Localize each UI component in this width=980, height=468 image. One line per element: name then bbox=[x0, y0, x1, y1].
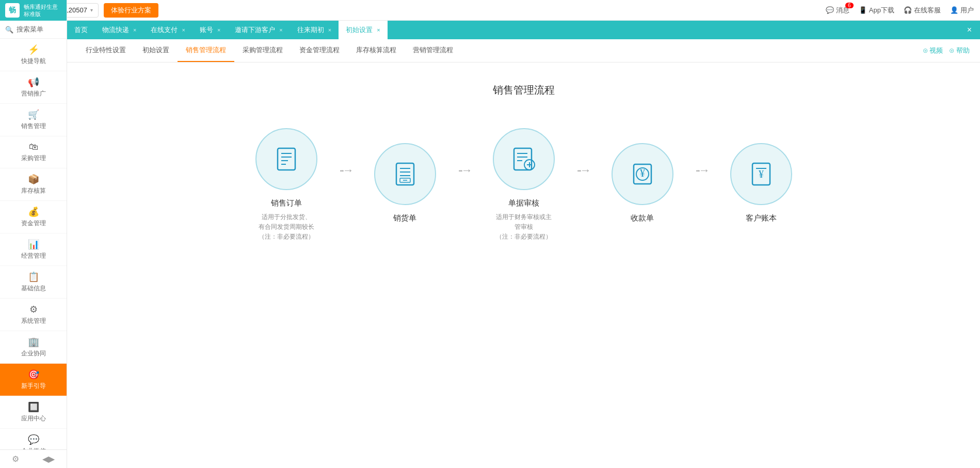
flow-step-delivery[interactable]: 销货单 bbox=[359, 143, 452, 227]
tab-label: 往来期初 bbox=[297, 25, 324, 35]
flow-circle-account: ¥ bbox=[730, 143, 792, 205]
finance-icon: 💰 bbox=[28, 206, 39, 217]
download-icon: 📱 bbox=[859, 6, 867, 14]
user-menu-label: 用户 bbox=[960, 6, 974, 15]
marketing-icon: 📢 bbox=[28, 76, 39, 88]
sidebar-item-basic[interactable]: 📋 基础信息 bbox=[0, 266, 67, 299]
logo-line1: 畅库通好生意 bbox=[24, 3, 58, 10]
sub-tab-sales-flow[interactable]: 销售管理流程 bbox=[178, 39, 234, 62]
sidebar-item-label: 企业协同 bbox=[21, 349, 46, 358]
sidebar-item-operations[interactable]: 📊 经营管理 bbox=[0, 233, 67, 266]
top-bar: 用户690企业1660120507 ▾ 体验行业方案 💬 消息 6 📱 App下… bbox=[0, 0, 980, 21]
online-service-button[interactable]: 🎧 在线客服 bbox=[904, 6, 941, 15]
nav-tabs-close-all[interactable]: × bbox=[967, 25, 980, 35]
tab-logistics[interactable]: 物流快递 × bbox=[95, 21, 143, 39]
headset-icon: 🎧 bbox=[904, 6, 912, 14]
sub-tab-industry[interactable]: 行业特性设置 bbox=[77, 39, 134, 62]
sidebar-item-purchase[interactable]: 🛍 采购管理 bbox=[0, 136, 67, 168]
avatar-icon: 👤 bbox=[950, 6, 958, 14]
sidebar-item-label: 库存核算 bbox=[21, 186, 46, 195]
sub-tab-purchase-flow[interactable]: 采购管理流程 bbox=[234, 39, 291, 62]
close-icon[interactable]: × bbox=[279, 27, 282, 33]
search-label: 搜索菜单 bbox=[17, 25, 43, 34]
tab-init-settings[interactable]: 初始设置 × bbox=[339, 21, 387, 39]
tab-label: 账号 bbox=[200, 25, 213, 35]
sidebar-menu: ⚡ 快捷导航 📢 营销推广 🛒 销售管理 🛍 采购管理 📦 库存核算 💰 资金管… bbox=[0, 39, 67, 449]
chevron-down-icon: ▾ bbox=[90, 7, 93, 13]
settings-bottom-icon[interactable]: ⚙ bbox=[12, 454, 19, 464]
help-link[interactable]: ⊙ 帮助 bbox=[949, 46, 970, 55]
close-icon[interactable]: × bbox=[217, 27, 220, 33]
svg-text:¥: ¥ bbox=[640, 167, 645, 179]
flow-step-audit[interactable]: 单据审核 适用于财务审核或主管审核（注：非必要流程） bbox=[477, 128, 570, 242]
flow-step-account[interactable]: ¥ 客户账本 bbox=[715, 143, 808, 227]
sidebar-item-label: 资金管理 bbox=[21, 219, 46, 228]
search-icon: 🔍 bbox=[5, 26, 13, 34]
tab-invite[interactable]: 邀请下游客户 × bbox=[228, 21, 290, 39]
collapse-sidebar-icon[interactable]: ◀▶ bbox=[42, 454, 55, 464]
tab-period[interactable]: 往来期初 × bbox=[290, 21, 339, 39]
system-icon: ⚙ bbox=[29, 304, 38, 315]
basic-icon: 📋 bbox=[28, 271, 39, 283]
sidebar-item-enterprise[interactable]: 🏢 企业协同 bbox=[0, 331, 67, 364]
flow-arrow-2: ···→ bbox=[452, 164, 477, 177]
flow-step-title-delivery: 销货单 bbox=[393, 213, 416, 223]
purchase-icon: 🛍 bbox=[29, 142, 38, 152]
sidebar-item-finance[interactable]: 💰 资金管理 bbox=[0, 201, 67, 233]
tab-home[interactable]: 首页 bbox=[67, 21, 95, 39]
sidebar-item-quick-nav[interactable]: ⚡ 快捷导航 bbox=[0, 39, 67, 71]
sidebar-bottom: ⚙ ◀▶ bbox=[0, 449, 67, 468]
close-icon[interactable]: × bbox=[328, 27, 331, 33]
user-menu-button[interactable]: 👤 用户 bbox=[950, 6, 974, 15]
flow-step-sales-order[interactable]: 销售订单 适用于分批发货、有合同发货周期较长（注：非必要流程） bbox=[240, 128, 333, 242]
sub-tab-inventory-flow[interactable]: 库存核算流程 bbox=[348, 39, 405, 62]
tab-payment[interactable]: 在线支付 × bbox=[143, 21, 192, 39]
flow-arrow-4: ···→ bbox=[689, 164, 715, 177]
top-bar-right: 💬 消息 6 📱 App下载 🎧 在线客服 👤 用户 bbox=[826, 6, 974, 15]
svg-rect-11 bbox=[514, 148, 532, 170]
sidebar-item-label: 销售管理 bbox=[21, 122, 46, 131]
sidebar-item-system[interactable]: ⚙ 系统管理 bbox=[0, 299, 67, 331]
sub-tab-finance-flow[interactable]: 资金管理流程 bbox=[291, 39, 348, 62]
sidebar-item-sales[interactable]: 🛒 销售管理 bbox=[0, 104, 67, 136]
app-download-label: App下载 bbox=[869, 6, 894, 15]
sidebar-item-wechat[interactable]: 💬 企业微信 bbox=[0, 429, 67, 449]
sub-tabs-actions: ⊙ 视频 ⊙ 帮助 bbox=[923, 46, 970, 55]
close-icon[interactable]: × bbox=[182, 27, 185, 33]
logo-text: 畅库通好生意 标准版 bbox=[24, 3, 58, 18]
flow-step-receipt[interactable]: ¥ 收款单 bbox=[596, 143, 689, 227]
sidebar-item-marketing[interactable]: 📢 营销推广 bbox=[0, 71, 67, 104]
sidebar-item-app-center[interactable]: 🔲 应用中心 bbox=[0, 396, 67, 429]
flow-circle-sales-order bbox=[255, 128, 317, 190]
sub-tabs: 行业特性设置 初始设置 销售管理流程 采购管理流程 资金管理流程 库存核算流程 … bbox=[67, 39, 980, 63]
sales-icon: 🛒 bbox=[28, 109, 39, 120]
tab-label: 邀请下游客户 bbox=[235, 25, 275, 35]
sidebar: 畅 畅库通好生意 标准版 🔍 搜索菜单 ⚡ 快捷导航 📢 营销推广 🛒 销售管理… bbox=[0, 0, 67, 468]
svg-text:¥: ¥ bbox=[759, 168, 764, 180]
sidebar-item-label: 营销推广 bbox=[21, 89, 46, 98]
sidebar-item-label: 基础信息 bbox=[21, 284, 46, 293]
sidebar-item-label: 新手引导 bbox=[21, 382, 46, 391]
tab-account[interactable]: 账号 × bbox=[192, 21, 228, 39]
flow-arrow-3: ···→ bbox=[570, 164, 596, 177]
video-link[interactable]: ⊙ 视频 bbox=[923, 46, 943, 55]
enterprise-icon: 🏢 bbox=[28, 336, 39, 348]
tab-label: 在线支付 bbox=[151, 25, 178, 35]
svg-rect-5 bbox=[396, 163, 414, 185]
sidebar-item-guide[interactable]: 🎯 新手引导 bbox=[0, 364, 67, 396]
flow-arrow-1: ···→ bbox=[333, 164, 359, 177]
trial-button[interactable]: 体验行业方案 bbox=[104, 3, 158, 18]
sidebar-logo: 畅 畅库通好生意 标准版 bbox=[0, 0, 67, 21]
flow-step-desc-audit: 适用于财务审核或主管审核（注：非必要流程） bbox=[496, 212, 552, 242]
close-icon[interactable]: × bbox=[377, 27, 380, 33]
close-icon[interactable]: × bbox=[133, 27, 136, 33]
app-center-icon: 🔲 bbox=[28, 401, 39, 413]
sidebar-item-inventory[interactable]: 📦 库存核算 bbox=[0, 168, 67, 201]
flow-step-title-sales-order: 销售订单 bbox=[271, 198, 302, 208]
sub-tab-marketing-flow[interactable]: 营销管理流程 bbox=[405, 39, 461, 62]
sub-tab-init[interactable]: 初始设置 bbox=[134, 39, 178, 62]
app-download-button[interactable]: 📱 App下载 bbox=[859, 6, 894, 15]
sidebar-search[interactable]: 🔍 搜索菜单 bbox=[0, 21, 67, 39]
messages-button[interactable]: 💬 消息 6 bbox=[826, 6, 849, 15]
page-title: 销售管理流程 bbox=[67, 83, 980, 97]
